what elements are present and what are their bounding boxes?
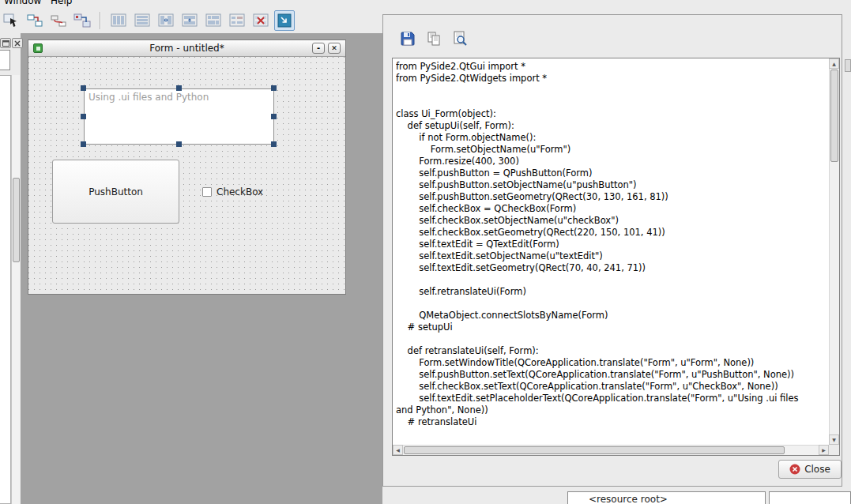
layout-horizontal-icon[interactable] xyxy=(108,10,129,31)
code-line: def setupUi(self, Form): xyxy=(396,120,827,132)
resource-file-pane xyxy=(769,491,851,504)
code-line: if not Form.objectName(): xyxy=(396,132,827,144)
edit-signals-slots-icon[interactable] xyxy=(24,10,45,31)
code-line: Form.setWindowTitle(QCoreApplication.tra… xyxy=(396,357,827,369)
layout-splitter-horizontal-icon[interactable] xyxy=(156,10,176,31)
right-panel-scrollbar-fragment xyxy=(845,59,851,72)
code-line: self.pushButton.setText(QCoreApplication… xyxy=(396,369,827,381)
resource-root-item[interactable]: <resource root> xyxy=(567,491,766,504)
dock-close-icon[interactable] xyxy=(12,38,23,48)
code-line: self.pushButton = QPushButton(Form) xyxy=(396,167,827,179)
save-icon[interactable] xyxy=(397,28,418,49)
code-line: self.textEdit.setGeometry(QRect(70, 40, … xyxy=(396,262,827,274)
menu-window[interactable]: Window xyxy=(4,0,41,6)
code-line: self.pushButton.setObjectName(u"pushButt… xyxy=(396,179,827,191)
pushbutton-widget[interactable]: PushButton xyxy=(52,160,179,224)
code-line xyxy=(396,333,827,345)
code-content: from PySide2.QtGui import *from PySide2.… xyxy=(396,61,827,443)
close-button[interactable]: Close xyxy=(778,460,842,479)
menubar: Window Help xyxy=(0,0,851,7)
code-line: self.checkBox.setObjectName(u"checkBox") xyxy=(396,215,827,227)
designer-form-window[interactable]: Form - untitled* - ✕ Using .ui files and… xyxy=(28,39,346,295)
selection-handle[interactable] xyxy=(81,114,86,119)
code-dialog-toolbar xyxy=(397,28,470,49)
close-red-icon xyxy=(789,464,800,475)
code-line: self.retranslateUi(Form) xyxy=(396,286,827,298)
edit-widgets-icon[interactable] xyxy=(1,10,21,31)
form-window-title: Form - untitled* xyxy=(28,43,345,54)
widget-filter-box[interactable] xyxy=(0,50,10,70)
code-line: self.pushButton.setGeometry(QRect(30, 13… xyxy=(396,191,827,203)
widget-box-list[interactable] xyxy=(0,75,11,504)
find-icon[interactable] xyxy=(450,28,470,49)
widget-box-scrollbar-thumb[interactable] xyxy=(13,178,20,262)
scroll-left-icon[interactable]: ◀ xyxy=(393,445,403,455)
toolbar-separator xyxy=(100,12,101,29)
selection-handle[interactable] xyxy=(271,85,277,91)
widget-box-panel xyxy=(0,33,21,504)
checkbox-indicator[interactable] xyxy=(202,187,212,197)
checkbox-label: CheckBox xyxy=(217,186,263,197)
code-line: Form.resize(400, 300) xyxy=(396,156,827,167)
copy-icon[interactable] xyxy=(424,28,444,49)
code-line: and Python", None)) xyxy=(396,404,827,416)
code-line: self.checkBox.setGeometry(QRect(220, 150… xyxy=(396,227,827,239)
code-line: self.textEdit = QTextEdit(Form) xyxy=(396,239,827,250)
code-line: self.textEdit.setObjectName(u"textEdit") xyxy=(396,250,827,262)
selection-handle[interactable] xyxy=(81,85,86,91)
horizontal-scrollbar-thumb[interactable] xyxy=(404,446,785,454)
selection-handle[interactable] xyxy=(271,141,277,147)
selection-handle[interactable] xyxy=(81,141,86,147)
scroll-right-icon[interactable]: ▶ xyxy=(819,445,829,455)
textedit-widget[interactable]: Using .ui files and Python xyxy=(84,88,274,145)
code-line: # retranslateUi xyxy=(396,416,827,428)
vertical-scrollbar-thumb[interactable] xyxy=(830,70,838,162)
code-view[interactable]: from PySide2.QtGui import *from PySide2.… xyxy=(392,58,840,456)
code-line xyxy=(396,96,827,108)
edit-tab-order-icon[interactable] xyxy=(72,10,92,31)
form-canvas[interactable]: Using .ui files and Python PushButton Ch… xyxy=(28,57,345,294)
code-line: self.textEdit.setPlaceholderText(QCoreAp… xyxy=(396,393,827,404)
vertical-scrollbar[interactable]: ▲ ▼ xyxy=(829,58,839,445)
code-line xyxy=(396,85,827,96)
layout-splitter-vertical-icon[interactable] xyxy=(179,10,200,31)
form-window-icon xyxy=(33,43,43,53)
code-line xyxy=(396,274,827,286)
code-line: # setupUi xyxy=(396,322,827,333)
menu-help[interactable]: Help xyxy=(51,0,72,6)
dock-float-button[interactable] xyxy=(0,38,11,48)
code-viewer-dialog: from PySide2.QtGui import *from PySide2.… xyxy=(382,14,842,487)
code-line: from PySide2.QtWidgets import * xyxy=(396,73,827,85)
horizontal-scrollbar[interactable]: ◀ ▶ xyxy=(393,445,829,455)
scrollbar-corner xyxy=(829,445,839,455)
close-button-label: Close xyxy=(804,464,830,475)
code-line: self.checkBox = QCheckBox(Form) xyxy=(396,203,827,215)
adjust-size-icon[interactable] xyxy=(274,10,295,31)
code-line: def retranslateUi(self, Form): xyxy=(396,345,827,357)
widget-box-scrollbar[interactable] xyxy=(11,75,20,504)
code-line: class Ui_Form(object): xyxy=(396,108,827,120)
code-line xyxy=(396,298,827,310)
scroll-down-icon[interactable]: ▼ xyxy=(829,434,839,445)
code-line: QMetaObject.connectSlotsByName(Form) xyxy=(396,310,827,322)
code-line: from PySide2.QtGui import * xyxy=(396,61,827,73)
form-titlebar[interactable]: Form - untitled* - ✕ xyxy=(28,40,345,57)
code-line: Form.setObjectName(u"Form") xyxy=(396,144,827,156)
break-layout-icon[interactable] xyxy=(250,10,271,31)
close-window-button[interactable]: ✕ xyxy=(328,43,341,54)
selection-handle[interactable] xyxy=(176,141,182,147)
selection-handle[interactable] xyxy=(271,114,277,119)
minimize-button[interactable]: - xyxy=(312,43,325,54)
edit-buddies-icon[interactable] xyxy=(48,10,69,31)
layout-form-icon[interactable] xyxy=(227,10,247,31)
layout-grid-icon[interactable] xyxy=(203,10,224,31)
scroll-up-icon[interactable]: ▲ xyxy=(829,58,839,69)
checkbox-widget[interactable]: CheckBox xyxy=(202,175,282,208)
qt-designer-window: Window Help xyxy=(0,0,851,504)
code-line: self.checkBox.setText(QCoreApplication.t… xyxy=(396,381,827,393)
selection-handle[interactable] xyxy=(176,85,182,91)
layout-vertical-icon[interactable] xyxy=(132,10,153,31)
